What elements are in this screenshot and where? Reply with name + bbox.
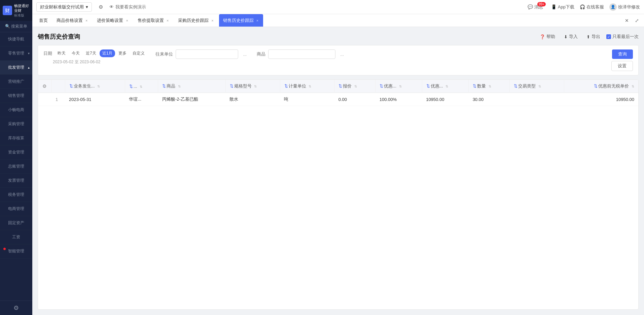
page-header: 销售历史价查询 ❓ 帮助 ⬇ 导入 ⬆ 导出 ✓ 只看最后一次 (38, 32, 639, 41)
version-selector[interactable]: 好业财标准版交付试用 ▾ (36, 2, 92, 12)
sidebar-item-payroll[interactable]: 工资 (0, 230, 32, 244)
sidebar-item-label: 销售管理 (8, 93, 24, 99)
th-spec[interactable]: ⇅规格型号 ⇅ (225, 80, 280, 93)
sort-arrow-icon: ⇅ (538, 84, 541, 88)
th-qty[interactable]: ⇅数量 ⇅ (469, 80, 510, 93)
page-content: 销售历史价查询 ❓ 帮助 ⬇ 导入 ⬆ 导出 ✓ 只看最后一次 (32, 27, 644, 315)
sidebar-item-label: 营销推广 (8, 79, 24, 84)
tab-sales-history[interactable]: 销售历史价跟踪 × (219, 14, 263, 27)
sidebar-item-marketing[interactable]: 营销推广 (0, 75, 32, 89)
th-goods[interactable]: ⇅商品 ⇅ (158, 80, 225, 93)
sort-arrow-icon: ⇅ (178, 84, 181, 88)
tab-expand-button[interactable]: ⤢ (633, 16, 641, 25)
tab-purchase-strategy[interactable]: 进价策略设置 × (93, 14, 133, 27)
sidebar-item-tax[interactable]: 税务管理 (0, 188, 32, 202)
date-opt-yesterday[interactable]: 昨天 (55, 49, 68, 57)
partner-dots-button[interactable]: ... (241, 51, 249, 58)
goods-dots-button[interactable]: ... (338, 51, 346, 58)
topbar-settings-button[interactable]: ⚙ (96, 2, 105, 12)
date-opt-7days[interactable]: 近7天 (83, 49, 99, 57)
tab-close-icon[interactable]: × (256, 18, 259, 23)
td-trans-type (510, 93, 564, 106)
th-gear[interactable]: ⚙ (38, 80, 51, 93)
sidebar-item-invoice[interactable]: 发票管理 (0, 174, 32, 188)
sort-icon: ⇅ (426, 83, 430, 89)
sidebar-settings-button[interactable]: ⚙ (0, 301, 32, 315)
date-opt-today[interactable]: 今天 (69, 49, 82, 57)
sort-arrow-icon: ⇅ (632, 84, 634, 88)
main-content: 好业财标准版交付试用 ▾ ⚙ 👁 我要看实例演示 💬 消息 99+ 📱 App下… (32, 0, 644, 315)
tab-close-all-button[interactable]: ✕ (622, 16, 631, 25)
sidebar-item-ecommerce-small[interactable]: 小畅电商 (0, 103, 32, 117)
user-menu-button[interactable]: 👤 徐泽华修改 (609, 3, 640, 11)
export-button[interactable]: ⬆ 导出 (584, 32, 603, 41)
demo-button[interactable]: 👁 我要看实例演示 (109, 4, 146, 10)
date-range-display: 2023-05-02 至 2023-06-02 (53, 59, 147, 65)
tab-close-icon[interactable]: × (166, 18, 169, 23)
goods-filter-row: 商品 ... (257, 49, 346, 59)
tab-label: 销售历史价跟踪 (223, 18, 254, 24)
tab-home[interactable]: 首页 (35, 14, 52, 27)
close-icon: ✕ (625, 18, 629, 23)
last-only-checkbox-label[interactable]: ✓ 只看最后一次 (606, 34, 639, 40)
partner-input[interactable] (176, 49, 238, 59)
th-price[interactable]: ⇅报价 ⇅ (334, 80, 375, 93)
sidebar-item-intelligent[interactable]: 智能管理 (0, 244, 32, 258)
sort-icon: ⇅ (69, 83, 73, 89)
sidebar-item-finance[interactable]: 资金管理 (0, 145, 32, 160)
tab-purchase-history[interactable]: 采购历史价跟踪 × (174, 14, 218, 27)
checkbox-checked-icon: ✓ (606, 34, 611, 39)
import-button[interactable]: ⬇ 导入 (561, 32, 580, 41)
demo-label: 我要看实例演示 (115, 4, 146, 10)
th-unit[interactable]: ⇅计量单位 ⇅ (280, 80, 334, 93)
messages-button[interactable]: 💬 消息 99+ (528, 4, 543, 10)
sidebar-item-quicknav[interactable]: 快捷导航 (0, 32, 32, 46)
sidebar-item-assets[interactable]: 固定资产 (0, 216, 32, 230)
customer-service-button[interactable]: 🎧 在线客服 (580, 4, 604, 10)
last-only-label: 只看最后一次 (612, 34, 639, 40)
search-button[interactable]: 查询 (612, 49, 633, 59)
sidebar-search[interactable]: 🔍 搜索菜单 (0, 21, 32, 32)
tab-close-icon[interactable]: × (85, 18, 88, 23)
sidebar-item-label: 批发管理 (8, 65, 24, 70)
settings-button[interactable]: 设置 (611, 61, 633, 71)
tab-close-icon[interactable]: × (211, 18, 214, 23)
sidebar-item-wholesale[interactable]: 批发管理 ▴ (0, 61, 32, 75)
sidebar-item-label: 智能管理 (8, 248, 24, 254)
th-date[interactable]: ⇅业务发生... ⇅ (65, 80, 125, 93)
th-discount1[interactable]: ⇅优惠... ⇅ (375, 80, 422, 93)
th-dots[interactable]: ⇅... ⇅ (125, 80, 158, 93)
sidebar-item-label: 税务管理 (8, 192, 24, 198)
th-discount2[interactable]: ⇅优惠... ⇅ (422, 80, 468, 93)
td-dots: 华谊... (125, 93, 158, 106)
td-pretax-price: 10950.00 (564, 93, 638, 106)
sidebar-item-sales[interactable]: 销售管理 (0, 89, 32, 103)
th-pretax-price[interactable]: ⇅优惠前无税单价 ⇅ (564, 80, 638, 93)
filter-bar: 日期 昨天 今天 近7天 近1月 更多 自定义 2023-05-02 至 202… (38, 45, 639, 75)
sort-arrow-icon: ⇅ (354, 84, 357, 88)
sidebar-search-label: 搜索菜单 (11, 24, 27, 29)
sidebar-item-ledger[interactable]: 总账管理 (0, 160, 32, 174)
goods-input[interactable] (268, 49, 335, 59)
tab-close-icon[interactable]: × (125, 18, 129, 23)
sidebar-item-warehouse[interactable]: 库存核算 (0, 131, 32, 145)
sidebar-item-label: 资金管理 (8, 149, 24, 155)
date-opt-1month[interactable]: 近1月 (100, 49, 115, 57)
tab-sale-extract[interactable]: 售价提取设置 × (134, 14, 173, 27)
sidebar-item-retail[interactable]: 零售管理 ▾ (0, 46, 32, 61)
date-opt-more[interactable]: 更多 (116, 49, 129, 57)
sidebar-item-purchase[interactable]: 采购管理 (0, 117, 32, 131)
sidebar-item-ecommerce[interactable]: 电商管理 (0, 202, 32, 216)
date-opt-custom[interactable]: 自定义 (130, 49, 147, 57)
table-row: 1 2023-05-31 华谊... 丙烯酸-2-乙基已酯 散水 吨 0.00 … (38, 93, 638, 106)
eye-icon: 👁 (109, 4, 114, 9)
tab-price[interactable]: 商品价格设置 × (52, 14, 92, 27)
app-download-button[interactable]: 📱 App下载 (551, 4, 574, 10)
td-price: 0.00 (334, 93, 375, 106)
th-trans-type[interactable]: ⇅交易类型 ⇅ (510, 80, 564, 93)
phone-icon: 📱 (551, 4, 557, 9)
chevron-down-icon: ▾ (28, 51, 30, 55)
data-table-container: ⚙ ⇅业务发生... ⇅ ⇅... ⇅ ⇅商品 ⇅ ⇅规格型号 ⇅ ⇅计量单位 … (38, 79, 639, 310)
help-button[interactable]: ❓ 帮助 (537, 32, 558, 41)
sidebar-item-label: 电商管理 (8, 206, 24, 212)
